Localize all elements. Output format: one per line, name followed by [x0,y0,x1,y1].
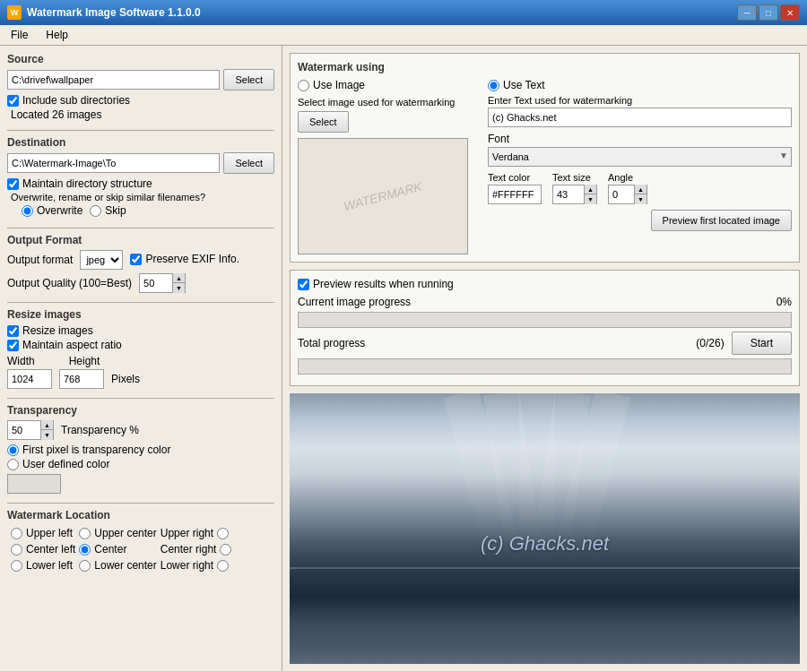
preserve-exif-label: Preserve EXIF Info. [145,253,239,265]
lower-right-label: Lower right [161,559,213,572]
transparency-spinbox-buttons: ▲ ▼ [40,420,53,440]
first-pixel-row: First pixel is transparency color [7,444,274,456]
output-format-section-label: Output Format [7,234,274,246]
resize-checkbox[interactable] [7,325,19,337]
transparency-up-button[interactable]: ▲ [40,420,53,430]
select-image-button[interactable]: Select [298,111,349,133]
source-select-button[interactable]: Select [223,69,274,90]
maximize-button[interactable]: □ [759,4,778,21]
upper-right-radio[interactable] [217,528,229,539]
source-path-input[interactable] [7,70,220,90]
destination-section: Destination Select Maintain directory st… [7,136,274,219]
include-subdirs-checkbox[interactable] [7,95,19,107]
aspect-label: Maintain aspect ratio [22,339,122,351]
user-defined-color-input[interactable] [7,474,61,494]
quality-spinbox-buttons: ▲ ▼ [172,273,185,293]
center-radio[interactable] [79,544,91,556]
use-text-radio[interactable] [488,80,499,91]
watermark-options-row: Use Image Select image used for watermar… [298,79,792,254]
menu-bar: File Help [0,25,807,46]
current-progress-label: Current image progress [298,296,411,308]
source-input-row: Select [7,69,274,90]
format-select[interactable]: jpeg png bmp [80,250,123,270]
quality-down-button[interactable]: ▼ [172,283,185,293]
lower-center-radio[interactable] [79,560,91,572]
image-preview-box: WATERMARK [298,138,468,254]
center-left-radio[interactable] [11,544,22,556]
transparency-input[interactable] [8,421,40,439]
app-icon: W [7,5,22,20]
text-size-spinbox: ▲ ▼ [552,185,597,204]
include-subdirs-label: Include sub directories [22,94,130,107]
preview-running-row: Preview results when running [298,278,792,290]
minimize-button[interactable]: ─ [737,4,757,21]
total-progress-row: Total progress (0/26) Start [298,332,792,355]
upper-left-radio[interactable] [11,528,22,539]
destination-path-input[interactable] [7,153,220,173]
total-progress-right: (0/26) Start [696,332,792,355]
menu-help[interactable]: Help [39,27,75,43]
user-defined-radio[interactable] [7,459,19,470]
overwrite-radio[interactable] [22,205,33,217]
transparency-down-button[interactable]: ▼ [40,430,53,440]
upper-center-radio[interactable] [79,528,91,539]
destination-input-row: Select [7,152,274,174]
center-right-radio[interactable] [220,544,231,556]
left-panel: Source Select Include sub directories Lo… [0,46,282,671]
preserve-exif-checkbox[interactable] [130,254,142,265]
upper-right-label: Upper right [161,527,213,539]
height-input[interactable] [59,369,104,389]
output-format-section: Output Format Output format jpeg png bmp… [7,234,274,293]
lower-left-radio[interactable] [11,560,22,572]
resize-label: Resize images [22,324,93,337]
total-progress-label: Total progress [298,337,365,349]
destination-select-button[interactable]: Select [223,152,274,174]
quality-up-button[interactable]: ▲ [172,273,185,283]
resize-section-label: Resize images [7,308,274,321]
preview-running-checkbox[interactable] [298,279,309,290]
text-size-down-button[interactable]: ▼ [584,194,596,204]
quality-input[interactable] [140,274,172,292]
watermark-text-input[interactable] [488,108,792,127]
text-size-spinbox-buttons: ▲ ▼ [584,185,596,204]
center-label: Center [94,543,126,556]
lower-center-label: Lower center [94,559,156,572]
font-select[interactable]: Verdana Arial Times New Roman [488,147,792,167]
aspect-checkbox[interactable] [7,340,19,351]
angle-up-button[interactable]: ▲ [634,185,646,194]
use-text-panel: Use Text Enter Text used for watermarkin… [488,79,792,254]
transparency-label: Transparency [7,404,274,417]
transparency-section: Transparency ▲ ▼ Transparency % First pi… [7,404,274,494]
start-button[interactable]: Start [732,332,792,355]
angle-down-button[interactable]: ▼ [634,194,646,204]
aspect-checkbox-row: Maintain aspect ratio [7,339,274,351]
current-progress-row: Current image progress 0% [298,296,792,308]
text-color-input[interactable] [488,185,542,204]
angle-input[interactable] [609,185,634,203]
lower-right-radio[interactable] [217,560,229,572]
user-defined-row: User defined color [7,458,274,470]
maintain-dir-label: Maintain directory structure [22,177,152,190]
upper-center-label: Upper center [94,527,156,539]
use-image-radio-row: Use Image [298,79,477,91]
current-progress-percent: 0% [777,296,792,308]
text-size-up-button[interactable]: ▲ [584,185,596,194]
text-size-input[interactable] [553,185,584,203]
progress-section: Preview results when running Current ima… [290,270,800,386]
window-controls: ─ □ ✕ [737,4,800,21]
close-button[interactable]: ✕ [780,4,800,21]
first-pixel-radio[interactable] [7,444,19,456]
menu-file[interactable]: File [4,27,35,43]
transparency-spinbox: ▲ ▼ [7,420,54,440]
width-input[interactable] [7,369,52,389]
first-pixel-label: First pixel is transparency color [22,444,170,456]
font-label: Font [488,133,792,145]
right-panel: Watermark using Use Image Select image u… [282,46,807,671]
maintain-dir-checkbox[interactable] [7,178,19,190]
preview-running-label: Preview results when running [313,278,454,290]
use-image-radio[interactable] [298,80,309,91]
preview-first-image-button[interactable]: Preview first located image [651,210,792,231]
skip-radio-row: Skip [90,204,126,217]
skip-radio[interactable] [90,205,101,217]
format-label: Output format [7,254,73,266]
